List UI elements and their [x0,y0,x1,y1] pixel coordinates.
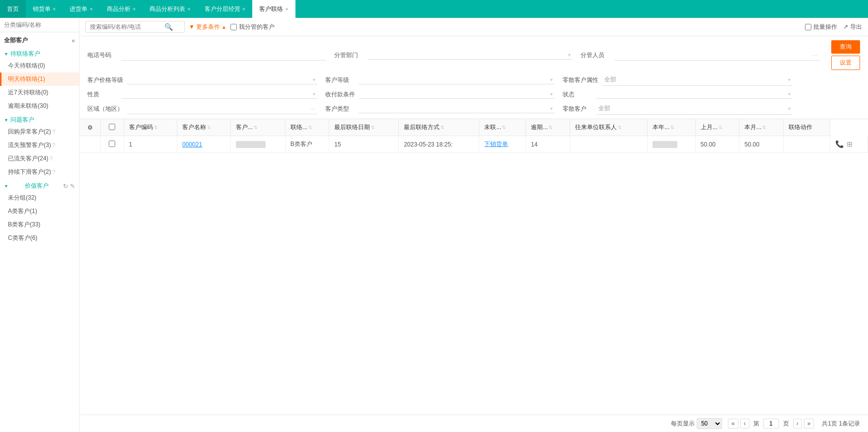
filter-nature-select[interactable]: ▾ [121,90,317,99]
row-last-date: 2023-05-23 18:25: [399,136,479,153]
action-phone-icon[interactable]: 📞 [835,140,844,148]
batch-checkbox[interactable] [805,24,811,30]
sidebar-value-edit-icon[interactable]: ✎ [70,183,75,190]
sidebar-item-class-a[interactable]: A类客户(1) [0,205,79,218]
nav-close-sales-order[interactable]: × [53,6,56,12]
nav-close-purchase-order[interactable]: × [89,6,92,12]
th-last-month[interactable]: 上月... ⇅ [695,119,739,136]
table-header: ⚙ 客户编码 ⇅ 客户名称 ⇅ 客户... ⇅ 联络... ⇅ 最后联络日期 ⇅… [79,119,868,136]
th-this-year[interactable]: 本年... ⇅ [648,119,696,136]
page-size-select[interactable]: 50 10 20 100 [697,418,722,429]
main-search-icon[interactable]: 🔍 [164,23,173,31]
th-last-date[interactable]: 最后联络日期 ⇅ [329,119,399,136]
filter-customer-type: 客户类型 ▾ [325,104,555,113]
filter-payment-terms-select[interactable]: ▾ [359,90,555,99]
filter-phone: 电话号码 [87,50,326,61]
row-name[interactable]: Ea [230,136,285,153]
chevron-scattered-customer: ▾ [788,106,791,111]
row-checkbox-cell[interactable] [101,136,124,153]
first-page-btn[interactable]: « [728,419,738,429]
query-button[interactable]: 查询 [831,40,860,54]
th-last-method[interactable]: 最后联络方式 ⇅ [399,119,479,136]
th-checkbox[interactable] [101,119,124,136]
nav-close-customer-layering[interactable]: × [242,6,245,12]
nav-customer-contact[interactable]: 客户联络 × [252,0,295,18]
row-overdue [570,136,647,153]
filter-manager-select[interactable]: ··· [614,50,819,61]
nav-product-analysis-list[interactable]: 商品分析列表 × [143,0,197,18]
sidebar-item-overdue-contact[interactable]: 逾期未联络(30) [0,99,79,113]
sidebar-item-abnormal-purchase[interactable]: 回购异常客户(2) ? [0,125,79,139]
action-grid-icon[interactable]: ⊞ [847,140,853,148]
th-name[interactable]: 客户名称 ⇅ [177,119,230,136]
filter-price-grade-select[interactable]: ▾ [127,75,317,84]
filter-scattered-customer-label: 零散客户 [563,105,592,113]
advanced-filter: 电话号码 分管部门 ▾ 分管人员 ··· [79,36,868,119]
prev-page-btn[interactable]: ‹ [740,419,749,429]
chevron-nature: ▾ [313,91,315,97]
th-contact-person[interactable]: 往来单位联系人 ⇅ [570,119,647,136]
next-page-btn[interactable]: › [793,419,802,429]
nav-customer-layering[interactable]: 客户分层经营 × [198,0,252,18]
sidebar-item-declining[interactable]: 持续下滑客户(2) ? [0,165,79,179]
filter-dept-select[interactable]: ▾ [368,51,573,60]
sidebar-item-class-b[interactable]: B类客户(33) [0,218,79,231]
sidebar-item-tomorrow-contact[interactable]: 明天待联络(1) [0,72,79,86]
more-conditions-btn[interactable]: ▼ 更多条件 ▲ [189,23,226,31]
th-unlinked[interactable]: 未联... ⇅ [479,119,526,136]
th-gear[interactable]: ⚙ [79,119,101,136]
row-gear [79,136,101,153]
filter-status-label: 状态 [563,90,592,99]
batch-ops-btn[interactable]: 批量操作 [805,23,837,31]
page-number-input[interactable] [763,419,779,429]
th-contact-count[interactable]: 联络... ⇅ [285,119,329,136]
export-btn[interactable]: ↗ 导出 [843,23,862,31]
sidebar-item-churn-warning[interactable]: 流失预警客户(3) ? [0,139,79,152]
filter-customer-grade-select[interactable]: ▾ [359,75,555,84]
sidebar-item-class-c[interactable]: C类客户(6) [0,231,79,245]
sidebar-item-today-contact[interactable]: 今天待联络(0) [0,59,79,72]
row-checkbox[interactable] [109,141,115,147]
filter-scattered-attr-select[interactable]: 全部 ▾ [602,74,793,86]
nav-sales-order[interactable]: 销货单 × [26,0,63,18]
sidebar-group-value-customers: 价值客户 ↻ ✎ [0,179,79,191]
filter-manager-label: 分管人员 [580,51,610,60]
sidebar-item-7day-contact[interactable]: 近7天待联络(0) [0,86,79,99]
filter-region-select[interactable]: ··· [127,104,317,114]
th-this-month[interactable]: 本月... ⇅ [739,119,783,136]
filter-scattered-customer-select[interactable]: 全部 ▾ [596,103,793,115]
sidebar-value-refresh-icon[interactable]: ↻ [63,183,68,190]
nav-close-customer-contact[interactable]: × [285,6,288,12]
row-last-method[interactable]: 下销货单 [479,136,526,153]
setting-button[interactable]: 设置 [831,56,860,70]
select-all-checkbox[interactable] [109,124,115,130]
more-conditions-chevron: ▲ [221,24,226,30]
row-code[interactable]: 000021 [177,136,230,153]
sidebar-collapse-icon[interactable]: « [72,37,75,44]
filter-status-select[interactable]: ▾ [596,90,793,99]
export-icon: ↗ [843,23,848,30]
customer-table: ⚙ 客户编码 ⇅ 客户名称 ⇅ 客户... ⇅ 联络... ⇅ 最后联络日期 ⇅… [79,119,868,153]
filter-row-1: 电话号码 分管部门 ▾ 分管人员 ··· [87,40,860,70]
mine-checkbox[interactable] [230,24,237,30]
nav-home[interactable]: 首页 [0,0,26,18]
filter-customer-type-select[interactable]: ▾ [359,104,555,113]
th-overdue[interactable]: 逾期... ⇅ [526,119,570,136]
sidebar-search-input[interactable] [4,21,78,28]
nav-product-analysis[interactable]: 商品分析 × [100,0,143,18]
nav-close-product-analysis-list[interactable]: × [187,6,190,12]
main-search-input[interactable] [90,23,164,30]
mine-filter[interactable]: 我分管的客户 [230,23,275,31]
th-action: 联络动作 [783,119,830,136]
sidebar-item-churned[interactable]: 已流失客户(24) ? [0,152,79,165]
nav-close-product-analysis[interactable]: × [133,6,136,12]
filter-bar: 🔍 ▼ 更多条件 ▲ 我分管的客户 批量操作 ↗ 导出 [79,18,868,36]
th-type[interactable]: 客户... ⇅ [230,119,285,136]
sidebar-item-ungrouped[interactable]: 未分组(32) [0,191,79,205]
th-code[interactable]: 客户编码 ⇅ [124,119,177,136]
last-page-btn[interactable]: » [804,419,814,429]
chevron-payment-terms: ▾ [550,91,553,97]
nav-purchase-order[interactable]: 进货单 × [63,0,99,18]
filter-actions: 查询 设置 [831,40,860,70]
filter-phone-input[interactable] [121,50,326,61]
